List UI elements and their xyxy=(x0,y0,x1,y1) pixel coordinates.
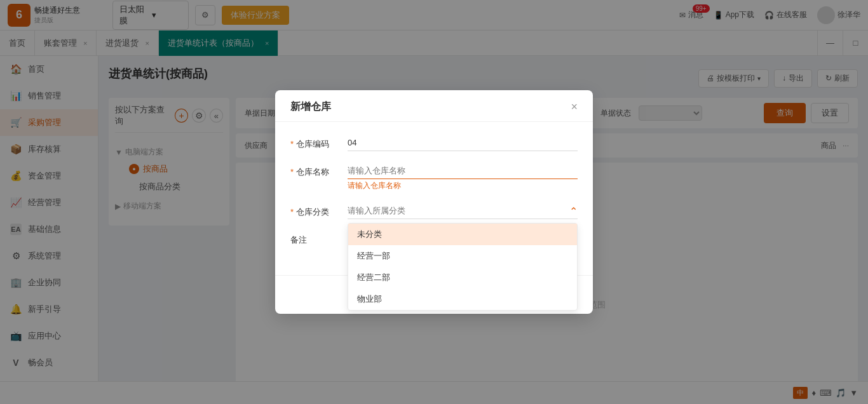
category-select-wrapper: ⌃ 未分类 经营一部 经营二部 物业部 xyxy=(348,203,578,219)
modal-body: * 仓库编码 * 仓库名称 请输入仓库名称 * xyxy=(275,122,593,275)
category-input[interactable] xyxy=(348,203,578,219)
warehouse-code-input[interactable] xyxy=(348,135,578,151)
form-row-category: * 仓库分类 ⌃ 未分类 经营一部 经营二部 物业部 xyxy=(290,203,578,219)
dropdown-item-dept2[interactable]: 经营二部 xyxy=(348,267,577,288)
name-input-wrapper: 请输入仓库名称 xyxy=(348,163,578,191)
warehouse-name-input[interactable] xyxy=(348,163,578,179)
category-label: * 仓库分类 xyxy=(290,203,348,218)
name-label: * 仓库名称 xyxy=(290,163,348,178)
name-error-msg: 请输入仓库名称 xyxy=(348,180,578,191)
form-row-name: * 仓库名称 请输入仓库名称 xyxy=(290,163,578,191)
modal-overlay[interactable]: 新增仓库 × * 仓库编码 * 仓库名称 请输入仓库名称 xyxy=(0,0,868,404)
dropdown-item-dept1[interactable]: 经营一部 xyxy=(348,245,577,267)
modal-header: 新增仓库 × xyxy=(275,90,593,122)
form-row-code: * 仓库编码 xyxy=(290,135,578,151)
note-label: 备注 xyxy=(290,231,348,246)
dropdown-item-unclassified[interactable]: 未分类 xyxy=(348,224,577,245)
modal-close-button[interactable]: × xyxy=(571,100,578,114)
code-label: * 仓库编码 xyxy=(290,135,348,150)
dropdown-item-property[interactable]: 物业部 xyxy=(348,288,577,310)
category-dropdown: 未分类 经营一部 经营二部 物业部 xyxy=(348,223,578,311)
category-arrow-icon[interactable]: ⌃ xyxy=(569,205,578,217)
modal-dialog: 新增仓库 × * 仓库编码 * 仓库名称 请输入仓库名称 xyxy=(275,90,593,314)
modal-title: 新增仓库 xyxy=(290,100,331,114)
